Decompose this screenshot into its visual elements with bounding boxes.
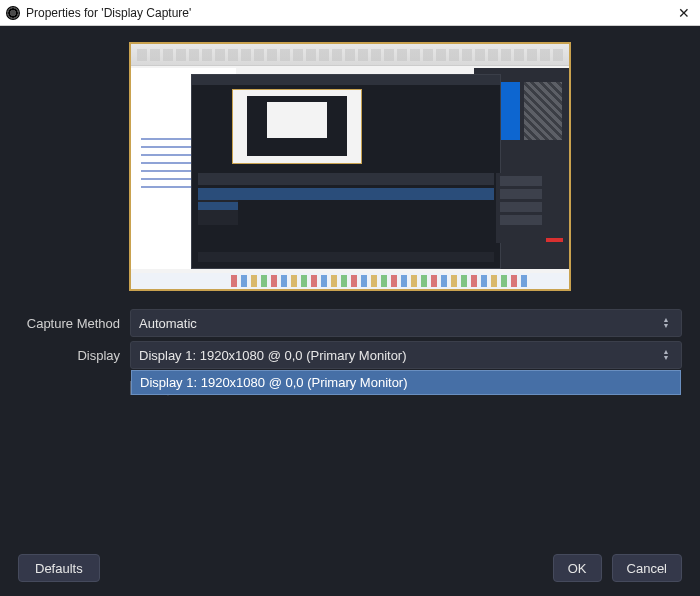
window-title: Properties for 'Display Capture' <box>26 6 674 20</box>
preview-obs-scene-selected <box>198 202 238 210</box>
preview-obs-side-button <box>500 176 542 186</box>
display-dropdown-list: Display 1: 1920x1080 @ 0,0 (Primary Moni… <box>131 370 681 395</box>
preview-obs-row-selected <box>198 188 494 200</box>
preview-obs-statusbar <box>198 252 494 262</box>
dialog-content: Capture Method Automatic ▲ ▼ Display Dis… <box>0 26 700 596</box>
form: Capture Method Automatic ▲ ▼ Display Dis… <box>18 309 682 397</box>
capture-method-value: Automatic <box>139 316 659 331</box>
preview-obs-titlebar <box>192 75 500 85</box>
close-icon[interactable]: ✕ <box>674 3 694 23</box>
preview-obs-inner <box>247 96 347 156</box>
preview-taskbar <box>131 273 569 289</box>
preview-area <box>18 42 682 291</box>
display-row: Display Display 1: 1920x1080 @ 0,0 (Prim… <box>18 341 682 369</box>
preview-hatch-card <box>524 82 562 140</box>
display-preview <box>129 42 571 291</box>
preview-tabs <box>137 49 563 61</box>
obs-logo-icon <box>6 6 20 20</box>
preview-obs-scenes <box>198 200 238 225</box>
display-value: Display 1: 1920x1080 @ 0,0 (Primary Moni… <box>139 348 659 363</box>
spacer <box>18 397 682 552</box>
preview-obs-row <box>198 173 494 185</box>
display-label: Display <box>18 348 120 363</box>
chevron-down-icon: ▼ <box>663 323 670 329</box>
display-option[interactable]: Display 1: 1920x1080 @ 0,0 (Primary Moni… <box>132 371 680 394</box>
preview-obs-side-button <box>500 202 542 212</box>
cancel-button[interactable]: Cancel <box>612 554 682 582</box>
ok-button[interactable]: OK <box>553 554 602 582</box>
preview-browser-chrome <box>131 44 569 66</box>
spinner-icon: ▲ ▼ <box>659 349 673 361</box>
spinner-icon: ▲ ▼ <box>659 317 673 329</box>
chevron-down-icon: ▼ <box>663 355 670 361</box>
defaults-button[interactable]: Defaults <box>18 554 100 582</box>
preview-obs-side-button <box>500 189 542 199</box>
dialog-buttons: Defaults OK Cancel <box>18 552 682 584</box>
preview-obs-sidepanel <box>496 173 546 243</box>
capture-method-row: Capture Method Automatic ▲ ▼ <box>18 309 682 337</box>
capture-method-label: Capture Method <box>18 316 120 331</box>
preview-obs-inner2 <box>267 102 327 138</box>
capture-method-dropdown[interactable]: Automatic ▲ ▼ <box>130 309 682 337</box>
preview-taskbar-icons <box>231 275 529 287</box>
preview-obs-side-button <box>500 215 542 225</box>
titlebar: Properties for 'Display Capture' ✕ <box>0 0 700 26</box>
preview-obs-window <box>191 74 501 269</box>
preview-obs-preview <box>232 89 362 164</box>
display-dropdown[interactable]: Display 1: 1920x1080 @ 0,0 (Primary Moni… <box>130 341 682 369</box>
